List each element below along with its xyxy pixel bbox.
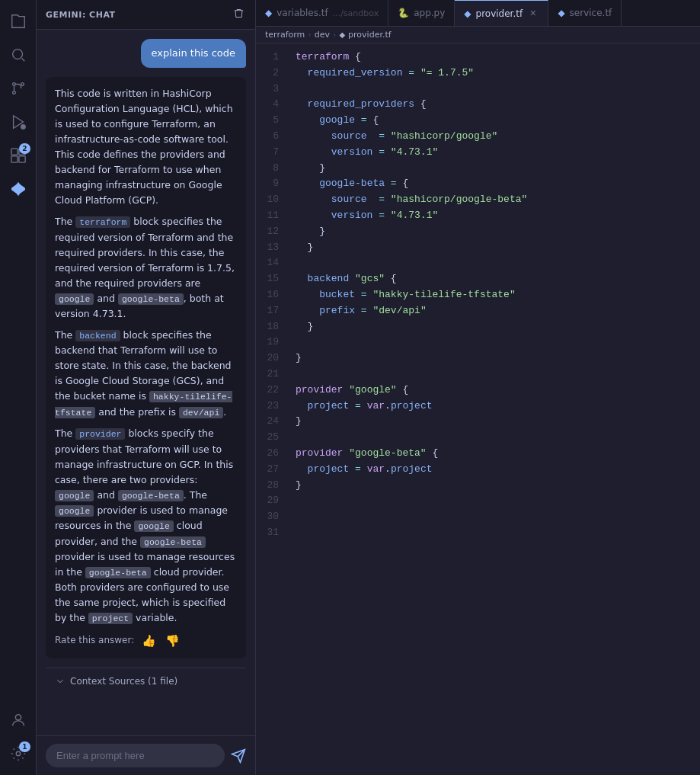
chat-input[interactable] <box>46 744 225 767</box>
svg-point-0 <box>12 50 22 59</box>
editor-content: 12345 678910 1112131415 1617181920 21222… <box>256 43 700 775</box>
answer-paragraph-4: The provider blocks specify the provider… <box>55 426 237 626</box>
terraform-code-tag: terraform <box>75 216 130 228</box>
send-button[interactable] <box>231 748 246 764</box>
thumbs-down-button[interactable]: 👎 <box>164 632 181 649</box>
breadcrumb-sep-2: › <box>333 30 336 40</box>
svg-point-3 <box>21 83 24 86</box>
delete-chat-button[interactable] <box>232 6 246 23</box>
chat-input-area <box>37 735 255 775</box>
svg-rect-7 <box>11 156 17 162</box>
code-view[interactable]: terraform { required_version = "= 1.7.5"… <box>286 43 700 775</box>
tab-bar: ◆ variables.tf .../sandbox 🐍 app.py ◆ pr… <box>256 0 700 27</box>
tab-label-provider: provider.tf <box>476 8 523 19</box>
svg-rect-5 <box>11 149 17 155</box>
chat-title: GEMINI: CHAT <box>46 10 116 20</box>
provider-code-tag: provider <box>75 428 125 440</box>
google4-code-tag: google <box>134 520 173 532</box>
google2-code-tag: google <box>55 490 94 501</box>
editor-area: ◆ variables.tf .../sandbox 🐍 app.py ◆ pr… <box>256 0 700 775</box>
tab-provider-tf[interactable]: ◆ provider.tf ✕ <box>455 0 548 26</box>
sidebar-item-settings[interactable]: 1 <box>3 738 34 769</box>
tf-icon: ◆ <box>265 8 272 18</box>
sidebar-item-extensions[interactable]: 2 <box>3 140 34 171</box>
google-code-tag: google <box>55 293 94 305</box>
breadcrumb-icon: ◆ <box>339 30 345 39</box>
svg-point-9 <box>15 715 21 720</box>
backend-code-tag: backend <box>75 330 120 341</box>
tab-label-app: app.py <box>414 8 445 18</box>
answer-paragraph-1: This code is written in HashiCorp Config… <box>55 86 237 208</box>
tf-icon-3: ◆ <box>558 8 564 18</box>
rate-bar: Rate this answer: 👍 👎 <box>55 632 237 649</box>
tf-icon-2: ◆ <box>464 8 471 19</box>
svg-rect-8 <box>18 156 24 162</box>
ai-answer-block: This code is written in HashiCorp Config… <box>46 77 246 658</box>
breadcrumb-sep-1: › <box>308 30 311 40</box>
tab-variables-tf[interactable]: ◆ variables.tf .../sandbox <box>256 0 388 26</box>
answer-paragraph-3: The backend block specifies the backend … <box>55 328 237 420</box>
svg-point-1 <box>12 83 15 86</box>
py-icon: 🐍 <box>398 8 409 18</box>
extensions-badge: 2 <box>19 143 30 154</box>
google3-code-tag: google <box>55 505 94 517</box>
sidebar-item-source-control[interactable] <box>3 73 34 104</box>
breadcrumb: terraform › dev › ◆ provider.tf <box>256 27 700 43</box>
google-beta2-code-tag: google-beta <box>118 490 184 501</box>
chat-header: GEMINI: CHAT <box>37 0 255 30</box>
project-code-tag: project <box>88 613 133 624</box>
settings-badge: 1 <box>19 741 30 752</box>
prefix-code-tag: dev/api <box>179 407 223 418</box>
tab-app-py[interactable]: 🐍 app.py <box>388 0 455 26</box>
tab-service-tf[interactable]: ◆ service.tf <box>548 0 622 26</box>
breadcrumb-file: provider.tf <box>348 30 392 40</box>
tab-label-variables: variables.tf <box>276 8 328 18</box>
user-message-bubble: explain this code <box>141 39 246 68</box>
chat-messages: explain this code This code is written i… <box>37 30 255 735</box>
google-beta4-code-tag: google-beta <box>85 567 151 578</box>
rate-label: Rate this answer: <box>55 633 134 648</box>
activity-bar: 2 1 <box>0 0 37 775</box>
svg-point-10 <box>16 751 21 756</box>
breadcrumb-terraform: terraform <box>265 30 305 40</box>
sidebar-item-search[interactable] <box>3 40 34 70</box>
chat-panel: GEMINI: CHAT explain this code This code… <box>37 0 256 775</box>
thumbs-up-button[interactable]: 👍 <box>140 632 158 649</box>
breadcrumb-dev: dev <box>315 30 330 40</box>
answer-paragraph-2: The terraform block specifies the requir… <box>55 214 237 322</box>
google-beta3-code-tag: google-beta <box>140 536 206 548</box>
context-sources-section[interactable]: Context Sources (1 file) <box>46 668 246 694</box>
tab-label-service: service.tf <box>570 8 612 18</box>
context-sources-label: Context Sources (1 file) <box>70 676 177 687</box>
svg-point-4 <box>21 125 24 130</box>
activity-bar-bottom: 1 <box>3 705 34 775</box>
svg-point-2 <box>12 91 15 94</box>
tab-path-variables: .../sandbox <box>333 8 379 18</box>
line-numbers: 12345 678910 1112131415 1617181920 21222… <box>256 43 286 775</box>
google-beta-code-tag: google-beta <box>118 293 184 305</box>
sidebar-item-run[interactable] <box>3 107 34 137</box>
sidebar-item-account[interactable] <box>3 705 34 735</box>
sidebar-item-gemini[interactable] <box>3 174 34 204</box>
sidebar-item-files[interactable] <box>3 6 34 37</box>
tab-close-provider[interactable]: ✕ <box>527 8 539 19</box>
